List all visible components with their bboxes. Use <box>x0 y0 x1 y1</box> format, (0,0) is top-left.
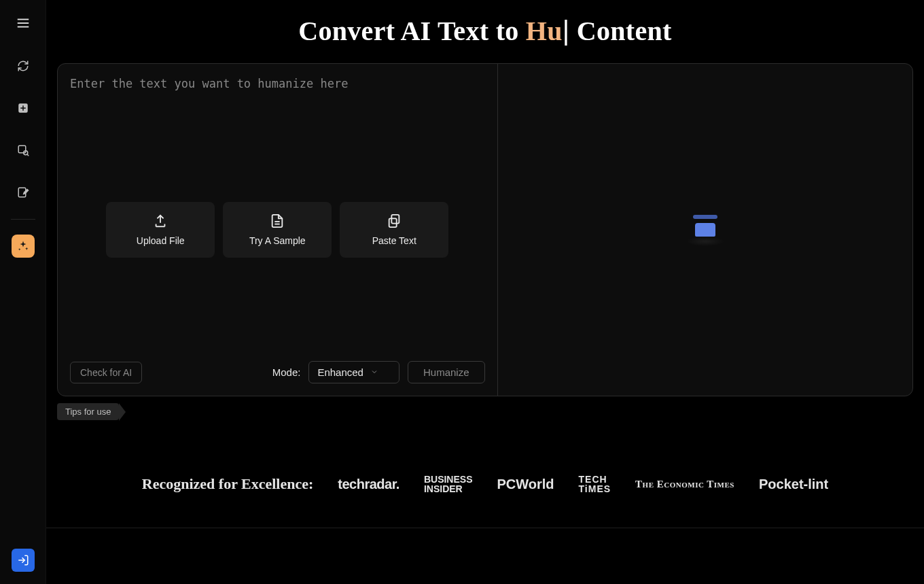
sidebar-item-create[interactable] <box>12 97 35 120</box>
upload-file-label: Upload File <box>137 235 185 246</box>
mode-select[interactable]: Enhanced <box>308 361 399 383</box>
sidebar <box>0 0 46 584</box>
tips-row: Tips for use <box>57 403 913 420</box>
check-for-ai-button[interactable]: Check for AI <box>70 362 142 383</box>
output-pane <box>498 64 913 396</box>
recognized-label: Recognized for Excellence: <box>142 475 314 493</box>
chevron-down-icon <box>370 366 378 378</box>
login-button[interactable] <box>12 549 35 572</box>
brand-pocket-lint: Pocket-lint <box>759 477 828 492</box>
input-pane: Upload File Try A Sample Paste Text Chec… <box>58 64 498 396</box>
brand-techradar: techradar. <box>338 477 399 492</box>
sidebar-item-humanize[interactable] <box>12 235 35 258</box>
svg-rect-4 <box>18 145 26 153</box>
hamburger-menu-button[interactable] <box>12 12 34 34</box>
sidebar-divider <box>11 219 35 220</box>
main-content: Convert AI Text to Hu| Content Upload Fi… <box>46 0 924 584</box>
title-suffix: Content <box>570 16 672 46</box>
document-icon <box>270 213 285 228</box>
sidebar-item-inspect[interactable] <box>12 139 35 162</box>
input-controls: Check for AI Mode: Enhanced Humanize <box>70 361 485 383</box>
section-divider <box>46 528 924 528</box>
sidebar-item-refresh[interactable] <box>12 54 35 78</box>
brand-economic-times: The Economic Times <box>635 479 734 490</box>
title-prefix: Convert AI Text to <box>298 16 526 46</box>
mode-label: Mode: <box>272 366 301 378</box>
output-empty-icon <box>686 216 724 243</box>
recognized-section: Recognized for Excellence: techradar. BU… <box>46 475 924 494</box>
title-caret: | <box>563 16 570 46</box>
title-typing-text: Hu <box>526 16 563 46</box>
try-sample-label: Try A Sample <box>249 235 306 246</box>
sidebar-nav <box>12 54 35 204</box>
input-action-overlay: Upload File Try A Sample Paste Text <box>106 202 448 258</box>
paste-text-label: Paste Text <box>372 235 416 246</box>
svg-line-6 <box>27 154 29 156</box>
paste-text-button[interactable]: Paste Text <box>340 202 448 258</box>
tips-for-use-tag[interactable]: Tips for use <box>57 403 119 420</box>
brand-pcworld: PCWorld <box>497 477 554 492</box>
brand-business-insider: BUSINESSINSIDER <box>424 475 473 494</box>
humanize-button[interactable]: Humanize <box>408 361 485 383</box>
humanize-panel: Upload File Try A Sample Paste Text Chec… <box>57 63 913 396</box>
mode-select-value: Enhanced <box>317 366 363 378</box>
paste-icon <box>387 213 402 228</box>
upload-file-button[interactable]: Upload File <box>106 202 215 258</box>
page-title: Convert AI Text to Hu| Content <box>46 15 924 47</box>
try-sample-button[interactable]: Try A Sample <box>223 202 332 258</box>
brand-tech-times: TECHTiMES <box>579 475 611 494</box>
upload-icon <box>153 213 168 228</box>
sidebar-item-edit[interactable] <box>12 181 35 204</box>
